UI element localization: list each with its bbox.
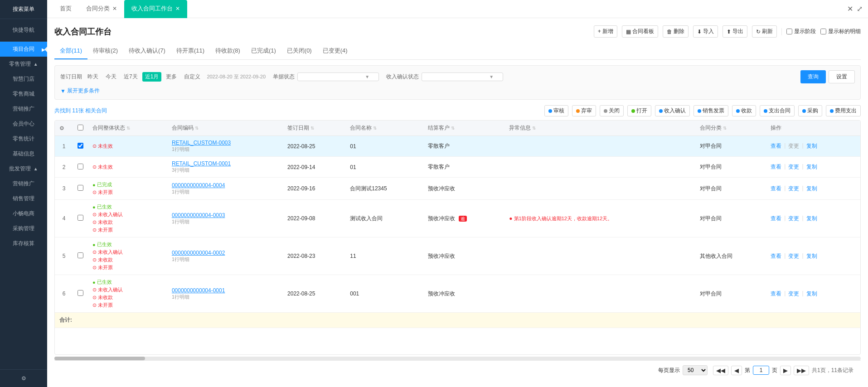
sidebar-item-purchase[interactable]: 采购管理 xyxy=(0,221,47,236)
sidebar-item-marketing[interactable]: 营销推广 xyxy=(0,102,47,116)
tab-income-contract[interactable]: 收入合同工作台 ✕ xyxy=(124,0,187,18)
change-btn[interactable]: 变更 xyxy=(788,163,799,171)
today-btn[interactable]: 今天 xyxy=(103,72,119,82)
contract-code-link[interactable]: 0000000000004-0003 xyxy=(172,212,225,218)
show-mark-checkbox[interactable]: 显示标的明细 xyxy=(820,28,861,35)
first-page-btn[interactable]: ◀◀ xyxy=(713,366,728,375)
filter-tab-all[interactable]: 全部(11) xyxy=(54,43,87,59)
view-btn[interactable]: 查看 xyxy=(771,290,781,298)
refresh-btn[interactable]: ↻ 刷新 xyxy=(752,25,777,38)
th-check[interactable] xyxy=(73,121,88,136)
change-btn[interactable]: 变更 xyxy=(788,142,799,150)
th-contract-status[interactable]: 合同整体状态 ⇅ xyxy=(88,121,167,136)
pay-contract-btn[interactable]: 支出合同 xyxy=(760,105,795,116)
th-contract-class[interactable]: 合同分类 ⇅ xyxy=(695,121,766,136)
audit-btn[interactable]: 审核 xyxy=(544,105,568,116)
sidebar-item-retail-mall[interactable]: 零售商城 xyxy=(0,87,47,102)
sidebar-item-quick-nav[interactable]: 快捷导航 xyxy=(0,23,47,38)
row-checkbox[interactable] xyxy=(78,185,83,191)
copy-btn[interactable]: 复制 xyxy=(806,142,817,150)
copy-btn[interactable]: 复制 xyxy=(806,252,817,260)
page-size-dropdown[interactable]: 10 20 50 100 xyxy=(683,365,708,375)
sidebar-item-smart-store[interactable]: 智慧门店 xyxy=(0,72,47,87)
view-btn[interactable]: 查看 xyxy=(771,252,781,260)
th-contract-code[interactable]: 合同编码 ⇅ xyxy=(167,121,283,136)
open-btn[interactable]: 打开 xyxy=(627,105,651,116)
filter-tab-changed[interactable]: 已变更(4) xyxy=(317,43,353,59)
view-btn[interactable]: 查看 xyxy=(771,142,781,150)
window-close-btn[interactable]: ✕ xyxy=(847,5,853,13)
filter-tab-pending-confirm[interactable]: 待收入确认(7) xyxy=(123,43,171,59)
expand-conditions-btn[interactable]: ▼ 展开更多条件 xyxy=(60,87,855,95)
filter-tab-pending-collect[interactable]: 待收款(8) xyxy=(210,43,246,59)
th-contract-name[interactable]: 合同名称 ⇅ xyxy=(345,121,423,136)
export-btn[interactable]: ⬆ 导出 xyxy=(723,25,747,38)
yesterday-btn[interactable]: 昨天 xyxy=(85,72,101,82)
prev-page-btn[interactable]: ◀ xyxy=(731,366,742,375)
row-checkbox-cell[interactable] xyxy=(73,275,88,313)
row-checkbox[interactable] xyxy=(78,252,83,258)
tab-home[interactable]: 首页 xyxy=(53,0,79,18)
copy-btn[interactable]: 复制 xyxy=(806,215,817,223)
income-confirm-select[interactable]: ▼ xyxy=(422,73,503,81)
row-checkbox-cell[interactable] xyxy=(73,157,88,178)
close-btn[interactable]: 关闭 xyxy=(600,105,624,116)
row-checkbox[interactable] xyxy=(78,215,83,221)
sidebar-item-retail-mgmt[interactable]: 零售管理 ▲ xyxy=(0,57,47,72)
tab-contract-class[interactable]: 合同分类 ✕ xyxy=(79,0,124,18)
new-btn[interactable]: + 新增 xyxy=(594,25,617,38)
filter-tab-pending-invoice[interactable]: 待开票(11) xyxy=(171,43,210,59)
row-checkbox-cell[interactable] xyxy=(73,200,88,237)
filter-tab-closed[interactable]: 已关闭(0) xyxy=(281,43,317,59)
contract-code-link[interactable]: 0000000000004-0004 xyxy=(172,182,225,189)
sidebar-item-project[interactable]: 项目合同 ▶ xyxy=(0,42,47,57)
contract-code-link[interactable]: 0000000000004-0002 xyxy=(172,250,225,256)
last-page-btn[interactable]: ▶▶ xyxy=(794,366,809,375)
contract-code-link[interactable]: RETAIL_CUSTOM-0001 xyxy=(172,160,231,167)
next-page-btn[interactable]: ▶ xyxy=(780,366,791,375)
income-confirm-btn[interactable]: 收入确认 xyxy=(655,105,690,116)
custom-btn[interactable]: 自定义 xyxy=(181,72,203,82)
row-checkbox-cell[interactable] xyxy=(73,237,88,275)
sidebar-item-xiaochangec[interactable]: 小畅电商 xyxy=(0,206,47,221)
sidebar-item-sales-mgmt[interactable]: 销售管理 xyxy=(0,191,47,206)
settings-btn[interactable]: 设置 xyxy=(829,70,855,83)
month-btn[interactable]: 近1月 xyxy=(142,72,162,82)
row-checkbox[interactable] xyxy=(78,143,83,149)
tab-income-contract-close[interactable]: ✕ xyxy=(175,5,180,12)
collect-btn[interactable]: 收款 xyxy=(732,105,756,116)
sales-invoice-btn[interactable]: 销售发票 xyxy=(693,105,728,116)
window-expand-btn[interactable]: ⤢ xyxy=(857,5,863,13)
th-settlement-customer[interactable]: 结算客户 ⇅ xyxy=(423,121,504,136)
contract-board-btn[interactable]: ▦ 合同看板 xyxy=(622,25,658,38)
row-checkbox-cell[interactable] xyxy=(73,178,88,200)
more-btn[interactable]: 更多 xyxy=(163,72,179,82)
copy-btn[interactable]: 复制 xyxy=(806,163,817,171)
query-btn[interactable]: 查询 xyxy=(800,70,826,83)
view-btn[interactable]: 查看 xyxy=(771,185,781,193)
week-btn[interactable]: 近7天 xyxy=(121,72,141,82)
sidebar-item-basic-info[interactable]: 基础信息 xyxy=(0,146,47,161)
sidebar-item-retail-stat[interactable]: 零售统计 xyxy=(0,131,47,146)
row-checkbox[interactable] xyxy=(78,164,83,169)
filter-tab-pending-audit[interactable]: 待审核(2) xyxy=(87,43,123,59)
current-page-input[interactable] xyxy=(753,366,769,375)
contract-code-link[interactable]: RETAIL_CUSTOM-0003 xyxy=(172,140,231,146)
show-stage-input[interactable] xyxy=(786,29,792,34)
scrollbar-thumb[interactable] xyxy=(54,357,145,360)
view-btn[interactable]: 查看 xyxy=(771,215,781,223)
change-btn[interactable]: 变更 xyxy=(788,252,799,260)
sidebar-item-marketing2[interactable]: 营销推广 xyxy=(0,176,47,191)
row-checkbox[interactable] xyxy=(78,290,83,296)
sidebar-item-member[interactable]: 会员中心 xyxy=(0,116,47,131)
change-btn[interactable]: 变更 xyxy=(788,185,799,193)
copy-btn[interactable]: 复制 xyxy=(806,185,817,193)
change-btn[interactable]: 变更 xyxy=(788,290,799,298)
th-sign-date[interactable]: 签订日期 ⇅ xyxy=(283,121,345,136)
horizontal-scrollbar[interactable] xyxy=(54,357,861,360)
sidebar-search[interactable]: 搜索菜单 xyxy=(0,0,47,19)
show-mark-input[interactable] xyxy=(820,29,826,34)
sidebar-item-inventory[interactable]: 库存核算 xyxy=(0,236,47,251)
filter-tab-completed[interactable]: 已完成(1) xyxy=(246,43,281,59)
sidebar-item-wholesale-mgmt[interactable]: 批发管理 ▲ xyxy=(0,161,47,176)
